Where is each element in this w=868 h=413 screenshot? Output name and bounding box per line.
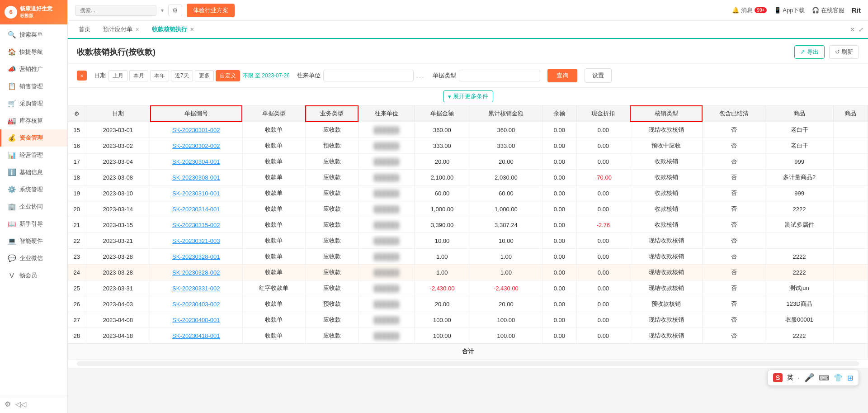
table-cell: ██████ (359, 138, 414, 154)
table-cell: 收款核销 (630, 201, 702, 217)
table-cell[interactable]: SK-20230403-002 (150, 296, 243, 312)
sidebar-item-purchase[interactable]: 🛒 采购管理 (0, 95, 67, 112)
filter-this-year-btn[interactable]: 本年 (150, 70, 169, 81)
filter-custom-btn[interactable]: 自定义 (216, 70, 240, 81)
table-row: 252023-03-31SK-20230331-002红字收款单应收款█████… (68, 280, 868, 296)
sidebar-item-sales[interactable]: 📋 销售管理 (0, 78, 67, 95)
table-cell[interactable]: SK-20230408-001 (150, 312, 243, 328)
table-cell: 2,030.00 (470, 170, 542, 185)
filter-toggle-button[interactable]: » (77, 71, 87, 81)
filter-voucher-type-group: 单据类型 收款单 红字收款单 (433, 70, 540, 81)
filter-settings-button[interactable]: 设置 (585, 68, 612, 83)
export-button[interactable]: ↗ 导出 (794, 45, 824, 59)
table-cell: 2023-03-01 (86, 122, 150, 138)
filter-last-month-btn[interactable]: 上月 (108, 70, 127, 81)
sidebar-item-finance[interactable]: 💰 资金管理 (0, 129, 67, 147)
table-cell[interactable]: SK-20230418-001 (150, 328, 243, 344)
sidebar-item-wechat[interactable]: 💬 企业微信 (0, 250, 67, 267)
table-cell[interactable]: SK-20230331-002 (150, 280, 243, 296)
sidebar-item-guide[interactable]: 📖 新手引导 (0, 215, 67, 233)
table-cell: 20.00 (415, 154, 470, 170)
table-cell[interactable]: SK-20230314-001 (150, 201, 243, 217)
sidebar-item-quick[interactable]: 🏠 快捷导航 (0, 43, 67, 61)
watermark-grid-icon[interactable]: ⊞ (847, 374, 853, 382)
table-cell[interactable]: SK-20230310-001 (150, 185, 243, 201)
watermark-mic-icon[interactable]: 🎤 (804, 373, 814, 383)
tab-home[interactable]: 首页 (72, 21, 97, 39)
table-cell: 测试多属件 (765, 217, 834, 233)
tab-collection[interactable]: 收款核销执行 ✕ (146, 21, 200, 39)
tab-prepay-close-icon[interactable]: ✕ (135, 27, 139, 33)
filter-partner-input[interactable] (323, 70, 414, 81)
watermark-keyboard-icon[interactable]: ⌨ (819, 374, 829, 382)
tab-collection-close-icon[interactable]: ✕ (190, 27, 194, 33)
table-cell: -70.00 (576, 170, 630, 185)
table-cell: 23 (68, 249, 86, 265)
table-cell (833, 154, 868, 170)
sidebar-item-basic[interactable]: ℹ️ 基础信息 (0, 164, 67, 181)
messages-button[interactable]: 🔔 消息 99+ (732, 6, 767, 14)
table-cell[interactable]: SK-20230308-001 (150, 170, 243, 185)
filter-this-month-btn[interactable]: 本月 (129, 70, 148, 81)
sidebar-item-search[interactable]: 🔍 搜索菜单 (0, 26, 67, 43)
sidebar-collapse-icon[interactable]: ◁◁ (15, 400, 26, 408)
sidebar-gear-icon[interactable]: ⚙ (5, 400, 11, 408)
col-header-incl: 包含已结清 (703, 105, 765, 122)
table-cell: 收款单 (242, 312, 305, 328)
table-cell: -2.76 (576, 217, 630, 233)
table-container: ⚙ 日期 单据编号 单据类型 业务类型 往来单位 单据金额 累计核销金额 余额 … (68, 105, 868, 368)
tab-close-icon[interactable]: ✕ (850, 26, 855, 33)
filter-date-range: 不限 至 2023-07-26 (243, 72, 290, 80)
refresh-button[interactable]: ↺ 刷新 (829, 45, 859, 59)
filter-voucher-type-select[interactable]: 收款单 红字收款单 (459, 70, 540, 81)
table-footer-label: 合计 (68, 344, 868, 360)
sidebar-item-operations[interactable]: 📊 经营管理 (0, 147, 67, 164)
filter-more-btn[interactable]: 更多 (195, 70, 214, 81)
filter-7days-btn[interactable]: 近7天 (171, 70, 193, 81)
table-cell[interactable]: SK-20230304-001 (150, 154, 243, 170)
table-cell: 2023-03-15 (86, 217, 150, 233)
table-cell[interactable]: SK-20230328-002 (150, 265, 243, 280)
filter-query-button[interactable]: 查询 (547, 69, 577, 82)
col-header-partner: 往来单位 (359, 105, 414, 122)
table-cell: 20 (68, 201, 86, 217)
table-row: 192023-03-10SK-20230310-001收款单应收款██████6… (68, 185, 868, 201)
sidebar-item-marketing[interactable]: 📣 营销推广 (0, 61, 67, 78)
search-icon: 🔍 (8, 31, 16, 39)
page-title: 收款核销执行(按收款) (77, 47, 156, 57)
col-header-settings[interactable]: ⚙ (68, 105, 86, 122)
table-cell: 收款核销 (630, 170, 702, 185)
user-text[interactable]: Rit (852, 6, 861, 14)
table-cell: 应收款 (305, 185, 359, 201)
table-cell[interactable]: SK-20230301-002 (150, 122, 243, 138)
table-scroll-bar[interactable] (77, 361, 859, 366)
sidebar-item-system[interactable]: ⚙️ 系统管理 (0, 181, 67, 198)
table-cell: 多计量商品2 (765, 170, 834, 185)
table-cell[interactable]: SK-20230328-001 (150, 249, 243, 265)
sidebar-item-hardware[interactable]: 💻 智能硬件 (0, 233, 67, 250)
sidebar-item-corp[interactable]: 🏢 企业协同 (0, 198, 67, 215)
expand-conditions-button[interactable]: ▾ 展开更多条件 (443, 90, 493, 102)
app-download-link[interactable]: 📱 App下载 (774, 6, 805, 14)
table-cell: 28 (68, 328, 86, 344)
search-input[interactable] (75, 5, 156, 16)
table-cell[interactable]: SK-20230315-002 (150, 217, 243, 233)
topbar-right: 🔔 消息 99+ 📱 App下载 🎧 在线客服 Rit (732, 6, 861, 14)
online-service-link[interactable]: 🎧 在线客服 (812, 6, 844, 14)
tab-prepay[interactable]: 预计应付单 ✕ (97, 21, 146, 39)
table-cell: 收款核销 (630, 217, 702, 233)
sidebar-item-member[interactable]: V 畅会员 (0, 267, 67, 284)
home-icon: 🏠 (8, 48, 16, 56)
topbar: ▾ ⚙ 体验行业方案 🔔 消息 99+ 📱 App下载 🎧 在线客服 Rit (68, 0, 868, 21)
table-cell[interactable]: SK-20230302-002 (150, 138, 243, 154)
tab-expand-icon[interactable]: ⤢ (859, 26, 863, 33)
sidebar-item-inventory[interactable]: 🏭 库存核算 (0, 112, 67, 129)
table-cell: 现结收款核销 (630, 280, 702, 296)
chevron-down-icon: ▾ (448, 93, 451, 100)
solution-button[interactable]: 体验行业方案 (187, 4, 235, 17)
gear-button[interactable]: ⚙ (168, 5, 182, 16)
table-cell (833, 201, 868, 217)
watermark-shirt-icon[interactable]: 👕 (834, 374, 843, 382)
filter-voucher-type-label: 单据类型 (433, 71, 456, 80)
table-cell[interactable]: SK-20230321-003 (150, 233, 243, 249)
